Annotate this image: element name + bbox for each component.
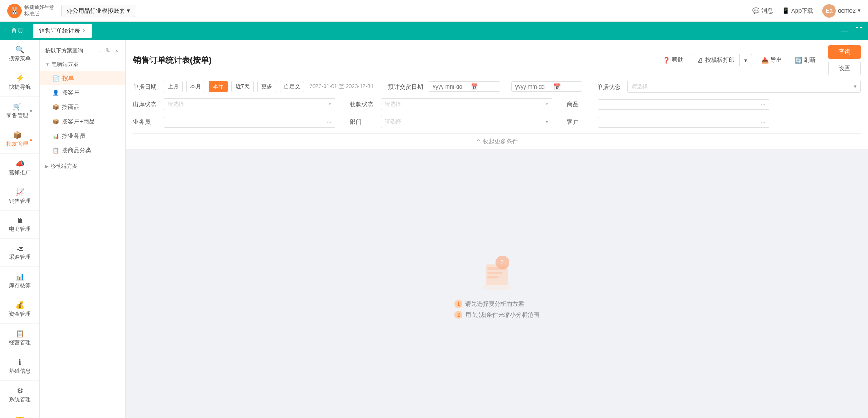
money-icon: 💰 <box>0 301 39 309</box>
calendar-icon: 📅 <box>471 83 478 90</box>
handshake-icon: 🤝 <box>0 415 39 418</box>
refresh-icon: 🔄 <box>795 57 802 64</box>
dept-select[interactable]: 请选择 ▾ <box>381 116 552 128</box>
ship-status-select[interactable]: 请选择 ▾ <box>164 98 335 110</box>
svg-rect-4 <box>487 276 499 278</box>
sidebar: 🔍 搜索菜单 ⚡ 快捷导航 🛒 零售管理 ▼ 📦 批发管理 ▲ 📣 营销推广 <box>0 40 40 418</box>
query-button[interactable]: 查询 <box>828 45 861 59</box>
scheme-item-by-customer[interactable]: 👤 按客户 <box>40 86 125 100</box>
prev-month-btn[interactable]: 上月 <box>164 81 183 92</box>
sidebar-item-finance[interactable]: 💰 资金管理 <box>0 295 39 324</box>
tab-home[interactable]: 首页 <box>4 22 31 40</box>
more-icon[interactable]: ··· <box>327 119 331 125</box>
more-date-btn[interactable]: 更多 <box>257 81 276 92</box>
customer-field[interactable]: ··· <box>598 117 769 128</box>
empty-tip-2: 2 用[过滤]条件来缩小分析范围 <box>454 311 539 319</box>
sidebar-item-search[interactable]: 🔍 搜索菜单 <box>0 40 39 68</box>
message-btn[interactable]: 💬 消息 <box>752 7 773 15</box>
filter-container: 销售订单统计表(按单) ❓ 帮助 🖨 按模板打印 ▾ <box>126 40 868 150</box>
main-action-btns: 查询 设置 <box>825 45 861 75</box>
customer-icon: 👤 <box>52 90 59 96</box>
tab-close-btn[interactable]: × <box>83 28 86 34</box>
expected-date-start[interactable]: 📅 <box>429 81 500 92</box>
sidebar-item-collab[interactable]: 🤝 企业协同 <box>0 409 39 418</box>
tab-sales-order-stats[interactable]: 销售订单统计表 × <box>33 24 92 38</box>
scheme-pc-section[interactable]: ▼ 电脑端方案 <box>40 58 125 71</box>
chevron-down-icon: ▾ <box>744 57 747 64</box>
monitor-icon: 🖥 <box>0 216 39 224</box>
sidebar-item-purchase[interactable]: 🛍 采购管理 <box>0 239 39 267</box>
goods-field[interactable]: ··· <box>598 99 769 110</box>
ship-status-label: 出库状态 <box>133 100 158 109</box>
logo-text: 畅捷通好生意 标准版 <box>24 5 54 16</box>
last7-btn[interactable]: 近7天 <box>231 81 254 92</box>
logo-icon: 🐰 <box>7 4 22 18</box>
date-range-display: 2023-01-01 至 2023-12-31 <box>310 83 373 90</box>
user-menu[interactable]: Ea demo2 ▾ <box>822 4 861 18</box>
shopping-icon: 🛍 <box>0 244 39 252</box>
scheme-add-btn[interactable]: + <box>96 46 102 55</box>
minimize-btn[interactable]: — <box>839 25 850 37</box>
sidebar-item-inventory[interactable]: 📊 库存核算 <box>0 267 39 295</box>
expected-date-start-input[interactable] <box>433 84 469 90</box>
avatar: Ea <box>822 4 836 18</box>
more-icon[interactable]: ··· <box>761 101 765 108</box>
doc-status-select[interactable]: 请选择 ▾ <box>627 81 861 93</box>
app-download-btn[interactable]: 📱 App下载 <box>782 7 813 15</box>
print-dropdown-btn[interactable]: ▾ <box>740 55 752 66</box>
scheme-pc-label: 电脑端方案 <box>52 61 79 68</box>
scheme-mobile-section[interactable]: ▶ 移动端方案 <box>40 160 125 173</box>
filter-row-1: 单据日期 上月 本月 本年 近7天 更多 自定义 2023-01-01 至 20… <box>133 81 861 93</box>
help-btn[interactable]: ❓ 帮助 <box>659 54 687 66</box>
scheme-item-by-salesperson[interactable]: 📊 按业务员 <box>40 129 125 143</box>
topbar-right: 💬 消息 📱 App下载 Ea demo2 ▾ <box>752 4 861 18</box>
scheme-collapse-btn[interactable]: « <box>114 46 120 55</box>
scheme-edit-btn[interactable]: ✎ <box>104 46 112 55</box>
sidebar-item-wholesale[interactable]: 📦 批发管理 ▲ <box>0 125 39 154</box>
date-quick-buttons: 上月 本月 本年 近7天 更多 自定义 2023-01-01 至 2023-12… <box>164 81 373 92</box>
salesperson-field[interactable]: ··· <box>164 117 335 128</box>
sidebar-item-ecommerce[interactable]: 🖥 电商管理 <box>0 211 39 239</box>
export-btn[interactable]: 📤 导出 <box>758 54 786 66</box>
sidebar-item-basics[interactable]: ℹ 基础信息 <box>0 352 39 381</box>
doc-icon: 📄 <box>52 75 60 82</box>
expected-date-end[interactable]: 📅 <box>511 81 583 92</box>
calendar-icon: 📅 <box>553 83 561 90</box>
custom-date-btn[interactable]: 自定义 <box>280 81 304 92</box>
empty-tips: 1 请先选择要分析的方案 2 用[过滤]条件来缩小分析范围 <box>454 300 539 319</box>
filter-row-2: 出库状态 请选择 ▾ 收款状态 请选择 ▾ 商品 ··· <box>133 98 861 110</box>
expected-date-range: 📅 — 📅 <box>429 81 582 92</box>
sidebar-item-retail[interactable]: 🛒 零售管理 ▼ <box>0 97 39 125</box>
chevron-down-icon: ▼ <box>29 109 33 114</box>
more-icon[interactable]: ··· <box>761 119 765 125</box>
doc-status-label: 单据状态 <box>597 83 622 91</box>
this-month-btn[interactable]: 本月 <box>186 81 205 92</box>
scheme-item-by-category[interactable]: 📋 按商品分类 <box>40 143 125 158</box>
sidebar-item-marketing[interactable]: 📣 营销推广 <box>0 154 39 182</box>
empty-state: ? 1 请先选择要分析的方案 2 用[过滤]条件来缩小分析范围 <box>126 150 868 418</box>
chevron-down-icon: ▾ <box>854 84 857 90</box>
expected-date-end-input[interactable] <box>515 84 552 90</box>
filter-row-3: 业务员 ··· 部门 请选择 ▾ 客户 ··· <box>133 116 861 128</box>
print-btn[interactable]: 🖨 按模板打印 <box>693 54 740 66</box>
collapse-filter-btn[interactable]: ⌃ 收起更多条件 <box>133 133 861 149</box>
company-selector[interactable]: 办公用品行业模拟账套 ▾ <box>61 5 135 17</box>
mobile-icon: 📱 <box>782 7 789 14</box>
scheme-item-by-goods[interactable]: 📦 按商品 <box>40 100 125 114</box>
maximize-btn[interactable]: ⛶ <box>854 25 864 37</box>
multi-icon: 📦 <box>52 119 59 125</box>
this-year-btn[interactable]: 本年 <box>209 81 228 92</box>
pay-status-select[interactable]: 请选择 ▾ <box>381 98 552 110</box>
sidebar-item-shortcuts[interactable]: ⚡ 快捷导航 <box>0 68 39 97</box>
svg-text:?: ? <box>500 259 504 266</box>
dept-label: 部门 <box>350 118 375 126</box>
setting-button[interactable]: 设置 <box>828 62 861 75</box>
scheme-item-by-order[interactable]: 📄 按单 <box>40 71 125 86</box>
scheme-item-by-customer-goods[interactable]: 📦 按客户+商品 <box>40 114 125 129</box>
refresh-btn[interactable]: 🔄 刷新 <box>791 54 819 66</box>
logo: 🐰 畅捷通好生意 标准版 <box>7 4 54 18</box>
sidebar-item-sales[interactable]: 📈 销售管理 <box>0 182 39 211</box>
sidebar-item-system[interactable]: ⚙ 系统管理 <box>0 381 39 409</box>
page-title: 销售订单统计表(按单) <box>133 55 212 66</box>
sidebar-item-operations[interactable]: 📋 经营管理 <box>0 324 39 352</box>
